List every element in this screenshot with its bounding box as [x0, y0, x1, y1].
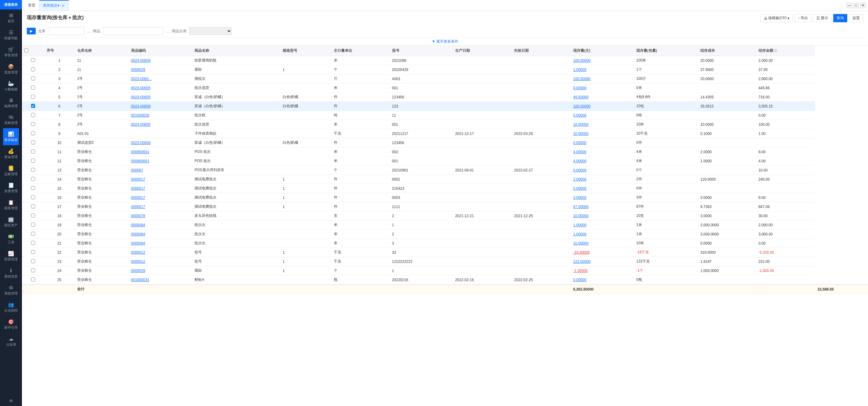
cell-amount[interactable]: 716.00 — [756, 93, 815, 102]
cell-amount[interactable]: 445.86 — [756, 83, 815, 93]
cell-amount[interactable]: 3,505.15 — [756, 102, 815, 111]
cell-code[interactable]: 0023-00005 — [129, 93, 192, 102]
cell-qty_main[interactable]: 87.00000 — [571, 202, 634, 211]
cell-qty_main[interactable]: 0.00000 — [571, 166, 634, 175]
row-checkbox-19[interactable] — [22, 230, 44, 239]
row-checkbox-3[interactable] — [22, 83, 44, 93]
category-select[interactable] — [189, 27, 232, 35]
cell-qty_main[interactable]: 10.00000 — [571, 211, 634, 221]
row-checkbox-17[interactable] — [22, 211, 44, 221]
product-input[interactable] — [103, 27, 164, 35]
sidebar-item-云应用[interactable]: ☁云应用 — [3, 333, 19, 350]
cell-qty_main[interactable]: 4.00000 — [571, 147, 634, 157]
sidebar-item-采购管理[interactable]: 🛍采购管理 — [3, 111, 19, 128]
cell-amount[interactable]: 9.00 — [756, 193, 815, 202]
cell-amount[interactable]: -5,328.00 — [756, 248, 815, 257]
cell-amount[interactable]: 30.00 — [756, 211, 815, 221]
cell-amount[interactable]: 8.00 — [756, 147, 815, 157]
row-checkbox-2[interactable] — [22, 74, 44, 83]
cell-qty_main[interactable]: 1.00000 — [571, 65, 634, 74]
row-checkbox-12[interactable] — [22, 166, 44, 175]
cell-amount[interactable]: 100.00 — [756, 120, 815, 129]
row-checkbox-20[interactable] — [22, 239, 44, 248]
cell-amount[interactable]: 847.06 — [756, 202, 815, 211]
row-checkbox-6[interactable] — [22, 111, 44, 120]
row-checkbox-1[interactable] — [22, 65, 44, 74]
cell-amount[interactable]: 0.00 — [756, 111, 815, 120]
cell-qty_main[interactable]: 4.00000 — [571, 157, 634, 166]
sidebar-item-资金管理[interactable]: 💰资金管理 — [3, 145, 19, 162]
cell-qty_main[interactable]: 10.00000 — [571, 239, 634, 248]
cell-amount[interactable]: 2,000.00 — [756, 56, 815, 65]
row-checkbox-9[interactable] — [22, 138, 44, 147]
row-checkbox-7[interactable] — [22, 120, 44, 129]
cell-qty_main[interactable]: 10.00000 — [571, 129, 634, 138]
cell-qty_main[interactable]: -1.00000 — [571, 266, 634, 275]
cell-qty_main[interactable]: 0.00000 — [571, 83, 634, 93]
cell-qty_main[interactable]: 2.00000 — [571, 175, 634, 184]
sidebar-item-工资[interactable]: 💵工资 — [3, 231, 19, 248]
sidebar-item-批发管理[interactable]: 📦批发管理 — [3, 61, 19, 78]
sidebar-item-快捷导航[interactable]: ☰快捷导航 — [3, 27, 19, 43]
cell-qty_main[interactable]: 0.00000 — [571, 184, 634, 193]
cell-code[interactable]: 0023-00008 — [129, 138, 192, 147]
cell-code[interactable]: 0000017 — [129, 193, 192, 202]
tab-0[interactable]: 首页 — [24, 0, 39, 11]
sidebar-item-税务管理[interactable]: 📋税务管理 — [3, 197, 19, 213]
cell-amount[interactable]: 3,000.00 — [756, 230, 815, 239]
cell-code[interactable]: 0000084 — [129, 239, 192, 248]
cell-code[interactable]: 0000084 — [129, 230, 192, 239]
sidebar-item-基础信息[interactable]: ℹ基础信息 — [3, 265, 19, 282]
cell-code[interactable]: 0000029 — [129, 65, 192, 74]
cell-amount[interactable]: 222.00 — [756, 257, 815, 266]
filter-expand-button[interactable]: ▶ — [27, 28, 36, 34]
cell-amount[interactable]: 10.00 — [756, 166, 815, 175]
cell-code[interactable]: 001000026 — [129, 111, 192, 120]
row-checkbox-18[interactable] — [22, 221, 44, 230]
cell-amount[interactable] — [756, 138, 815, 147]
select-all-checkbox[interactable] — [24, 48, 28, 53]
row-checkbox-23[interactable] — [22, 266, 44, 275]
sidebar-item-新手引导[interactable]: 🎯新手引导 — [3, 316, 19, 333]
sidebar-item-库存核算[interactable]: 📊库存核算 — [3, 128, 19, 145]
cell-code[interactable]: 0000017 — [129, 184, 192, 193]
expand-more-button[interactable]: ▼ 展开更多条件 — [27, 37, 863, 45]
sidebar-item-电商管理[interactable]: 🖥电商管理 — [3, 95, 19, 111]
cell-code[interactable] — [129, 129, 192, 138]
cell-qty_main[interactable]: 122.00000 — [571, 257, 634, 266]
cell-qty_main[interactable]: 0.00000 — [571, 138, 634, 147]
row-checkbox-10[interactable] — [22, 147, 44, 157]
cell-amount[interactable]: 1.00 — [756, 129, 815, 138]
cell-qty_main[interactable]: 49.60000 — [571, 93, 634, 102]
query-button[interactable]: 查询 — [833, 14, 847, 22]
cell-code[interactable]: 0000017 — [129, 175, 192, 184]
sidebar-item-经营管理[interactable]: 📈经营管理 — [3, 248, 19, 265]
settings-button[interactable]: 设置 — [849, 14, 863, 22]
row-checkbox-24[interactable] — [22, 275, 44, 285]
row-checkbox-8[interactable] — [22, 129, 44, 138]
cell-code[interactable]: 0000078 — [129, 211, 192, 221]
sidebar-item-企业协同[interactable]: 👥企业协同 — [3, 299, 19, 316]
cell-code[interactable]: 000097 — [129, 166, 192, 175]
cell-qty_main[interactable]: 3.00000 — [571, 193, 634, 202]
cell-code[interactable]: 0000012 — [129, 257, 192, 266]
cell-qty_main[interactable]: 1.00000 — [571, 221, 634, 230]
export-button[interactable]: ↑ 导出 — [795, 14, 811, 22]
cell-qty_main[interactable]: -16.00000 — [571, 248, 634, 257]
row-checkbox-21[interactable] — [22, 248, 44, 257]
cell-amount[interactable]: 37.95 — [756, 65, 815, 74]
cell-amount[interactable]: 0.00 — [756, 239, 815, 248]
sidebar-item-固定资产[interactable]: 🏢固定资产 — [3, 213, 19, 231]
cell-amount[interactable] — [756, 184, 815, 193]
cell-qty_main[interactable]: 0.00000 — [571, 111, 634, 120]
sidebar-item-系统管理[interactable]: ⚙系统管理 — [3, 282, 19, 299]
row-checkbox-16[interactable] — [22, 202, 44, 211]
cell-code[interactable]: 0023-00008 — [129, 102, 192, 111]
cell-amount[interactable]: 240.00 — [756, 175, 815, 184]
row-checkbox-4[interactable] — [22, 93, 44, 102]
cell-code[interactable]: 0023-00005 — [129, 120, 192, 129]
cell-amount[interactable]: 2,000.00 — [756, 221, 815, 230]
minimize-button[interactable]: — — [847, 3, 852, 8]
cell-code[interactable]: 0023-00005 — [129, 83, 192, 93]
print-button[interactable]: 🖨 按模板打印 ▾ — [761, 14, 793, 22]
